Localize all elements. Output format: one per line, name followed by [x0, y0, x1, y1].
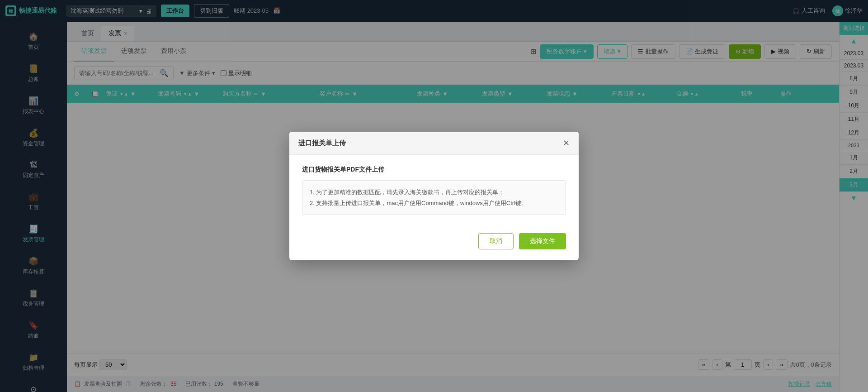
dialog-confirm-button[interactable]: 选择文件 [519, 233, 566, 249]
dialog-close-button[interactable]: ✕ [563, 138, 570, 148]
dialog-footer: 取消 选择文件 [289, 226, 579, 260]
dialog-cancel-button[interactable]: 取消 [478, 233, 514, 249]
dialog-title: 进口报关单上传 [298, 139, 346, 148]
dialog-header: 进口报关单上传 ✕ [289, 132, 579, 155]
dialog-section-title: 进口货物报关单PDF文件上传 [302, 166, 566, 174]
dialog-info-item-0: 1. 为了更加精准的数据匹配，请先录入海关缴款书，再上传对应的报关单； [310, 187, 558, 197]
dialog-info-item-1: 2. 支持批量上传进口报关单，mac用户使用Command键，windows用户… [310, 198, 558, 208]
dialog-info-box: 1. 为了更加精准的数据匹配，请先录入海关缴款书，再上传对应的报关单； 2. 支… [302, 180, 566, 215]
dialog-overlay: 进口报关单上传 ✕ 进口货物报关单PDF文件上传 1. 为了更加精准的数据匹配，… [0, 0, 868, 392]
dialog-body: 进口货物报关单PDF文件上传 1. 为了更加精准的数据匹配，请先录入海关缴款书，… [289, 155, 579, 226]
import-dialog: 进口报关单上传 ✕ 进口货物报关单PDF文件上传 1. 为了更加精准的数据匹配，… [289, 132, 579, 260]
